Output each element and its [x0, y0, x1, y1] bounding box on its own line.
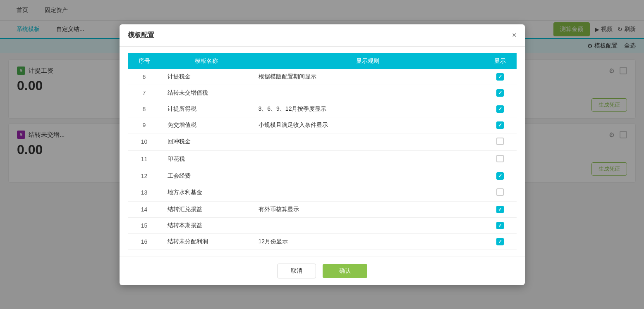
checkbox-row-10[interactable]	[496, 238, 504, 245]
checkbox-row-9[interactable]	[496, 222, 504, 229]
cell-rule-9	[252, 217, 484, 233]
cell-name-3: 免交增值税	[161, 117, 252, 133]
cell-check-1	[484, 85, 517, 101]
confirm-button[interactable]: 确认	[323, 264, 367, 278]
cell-check-9	[484, 217, 517, 233]
col-header-rule: 显示规则	[252, 53, 484, 69]
table-header-row: 序号 模板名称 显示规则 显示	[128, 53, 517, 69]
cancel-button[interactable]: 取消	[277, 264, 316, 278]
cell-rule-7	[252, 184, 484, 201]
cell-check-4	[484, 133, 517, 150]
cell-name-6: 工会经费	[161, 168, 252, 184]
col-header-name: 模板名称	[161, 53, 252, 69]
cell-rule-5	[252, 150, 484, 168]
cell-seq-10: 16	[128, 233, 161, 250]
cell-rule-1	[252, 85, 484, 101]
cell-seq-4: 10	[128, 133, 161, 150]
cell-seq-7: 13	[128, 184, 161, 201]
col-header-seq: 序号	[128, 53, 161, 69]
cell-check-7	[484, 184, 517, 201]
table-row: 6计提税金根据模版配置期间显示	[128, 69, 517, 85]
checkbox-row-6[interactable]	[496, 172, 504, 180]
table-scroll-container[interactable]: 序号 模板名称 显示规则 显示 6计提税金根据模版配置期间显示7结转未交增值税8…	[128, 53, 517, 250]
cell-seq-2: 8	[128, 101, 161, 117]
checkbox-row-2[interactable]	[496, 105, 504, 113]
cell-seq-6: 12	[128, 168, 161, 184]
cell-check-8	[484, 201, 517, 217]
cell-rule-0: 根据模版配置期间显示	[252, 69, 484, 85]
modal-template-config: 模板配置 × 序号 模板名称 显示规则 显示 6	[120, 24, 525, 285]
table-head: 序号 模板名称 显示规则 显示	[128, 53, 517, 69]
cell-name-10: 结转未分配利润	[161, 233, 252, 250]
cell-check-10	[484, 233, 517, 250]
cell-rule-6	[252, 168, 484, 184]
table-row: 12工会经费	[128, 168, 517, 184]
checkbox-row-0[interactable]	[496, 73, 504, 81]
cell-rule-3: 小规模且满足收入条件显示	[252, 117, 484, 133]
checkbox-row-3[interactable]	[496, 121, 504, 129]
table-row: 7结转未交增值税	[128, 85, 517, 101]
table-row: 15结转本期损益	[128, 217, 517, 233]
modal-title: 模板配置	[128, 31, 154, 40]
cell-check-2	[484, 101, 517, 117]
table-row: 11印花税	[128, 150, 517, 168]
cell-name-1: 结转未交增值税	[161, 85, 252, 101]
cell-name-9: 结转本期损益	[161, 217, 252, 233]
cell-rule-8: 有外币核算显示	[252, 201, 484, 217]
checkbox-row-1[interactable]	[496, 89, 504, 97]
cell-seq-1: 7	[128, 85, 161, 101]
modal-footer: 取消 确认	[120, 257, 525, 285]
table-row: 8计提所得税3、6、9、12月按季度显示	[128, 101, 517, 117]
table-row: 9免交增值税小规模且满足收入条件显示	[128, 117, 517, 133]
modal-header: 模板配置 ×	[120, 24, 525, 47]
checkbox-row-5[interactable]	[496, 155, 504, 162]
col-header-display: 显示	[484, 53, 517, 69]
cell-check-3	[484, 117, 517, 133]
cell-seq-5: 11	[128, 150, 161, 168]
checkbox-row-7[interactable]	[496, 188, 504, 196]
cell-seq-8: 14	[128, 201, 161, 217]
cell-name-8: 结转汇兑损益	[161, 201, 252, 217]
modal-body: 序号 模板名称 显示规则 显示 6计提税金根据模版配置期间显示7结转未交增值税8…	[120, 47, 525, 257]
cell-rule-2: 3、6、9、12月按季度显示	[252, 101, 484, 117]
cell-name-5: 印花税	[161, 150, 252, 168]
table-body: 6计提税金根据模版配置期间显示7结转未交增值税8计提所得税3、6、9、12月按季…	[128, 69, 517, 250]
table-row: 14结转汇兑损益有外币核算显示	[128, 201, 517, 217]
checkbox-row-4[interactable]	[496, 138, 504, 145]
cell-seq-3: 9	[128, 117, 161, 133]
checkbox-row-8[interactable]	[496, 206, 504, 213]
cell-name-4: 回冲税金	[161, 133, 252, 150]
cell-seq-9: 15	[128, 217, 161, 233]
cell-rule-4	[252, 133, 484, 150]
cell-check-6	[484, 168, 517, 184]
cell-name-7: 地方水利基金	[161, 184, 252, 201]
cell-name-0: 计提税金	[161, 69, 252, 85]
table-row: 10回冲税金	[128, 133, 517, 150]
modal-close-button[interactable]: ×	[512, 31, 517, 39]
modal-overlay: 模板配置 × 序号 模板名称 显示规则 显示 6	[0, 0, 644, 309]
cell-name-2: 计提所得税	[161, 101, 252, 117]
table-row: 13地方水利基金	[128, 184, 517, 201]
cell-check-5	[484, 150, 517, 168]
cell-seq-0: 6	[128, 69, 161, 85]
cell-rule-10: 12月份显示	[252, 233, 484, 250]
cell-check-0	[484, 69, 517, 85]
config-table: 序号 模板名称 显示规则 显示 6计提税金根据模版配置期间显示7结转未交增值税8…	[128, 53, 517, 250]
table-row: 16结转未分配利润12月份显示	[128, 233, 517, 250]
